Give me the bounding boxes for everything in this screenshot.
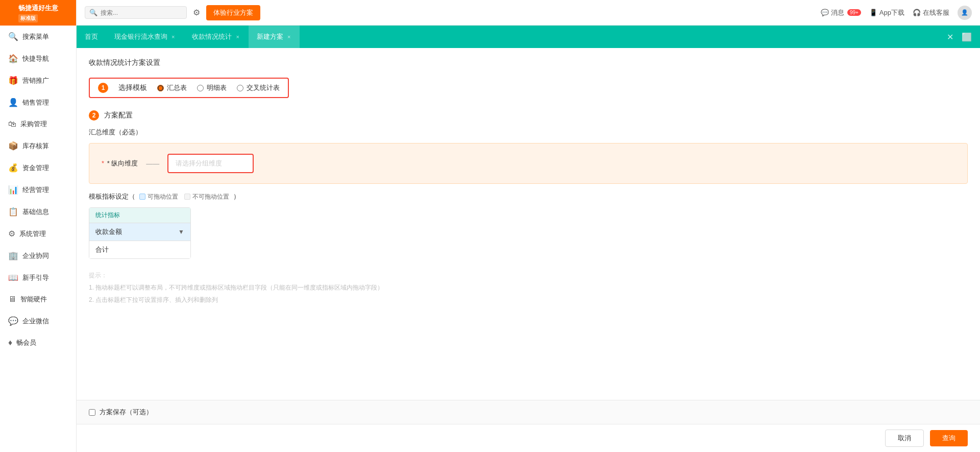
- content-area: 收款情况统计方案设置 1 选择模板 汇总表: [77, 48, 980, 424]
- system-icon: ⚙: [8, 229, 15, 239]
- wechat-icon: 💬: [8, 316, 18, 326]
- user-avatar[interactable]: 👤: [958, 6, 972, 20]
- purchase-label: 采购管理: [20, 120, 47, 129]
- indicator-subtotal: 合计: [89, 241, 190, 258]
- purchase-icon: 🛍: [8, 120, 16, 129]
- save-checkbox[interactable]: [89, 409, 95, 416]
- search-label: 搜索菜单: [22, 32, 49, 41]
- radio-cross-input[interactable]: [237, 85, 243, 91]
- tabbar-actions: ✕ ⬜: [945, 30, 980, 44]
- radio-summary-label: 汇总表: [167, 83, 187, 92]
- movable-dot: [139, 194, 145, 200]
- cancel-button[interactable]: 取消: [885, 430, 924, 447]
- indicator-legend: 可拖动位置 不可拖动位置: [139, 193, 229, 201]
- indicator-category: 统计指标: [89, 208, 190, 223]
- brand-name: 畅捷通好生意: [18, 4, 58, 13]
- step1-header: 1 选择模板 汇总表 明细表: [89, 78, 968, 98]
- member-label: 畅会员: [16, 338, 36, 347]
- save-section: 方案保存（可选）: [77, 400, 980, 424]
- sidebar-item-search[interactable]: 🔍 搜索菜单: [0, 26, 76, 47]
- sales-label: 销售管理: [22, 98, 49, 107]
- radio-detail[interactable]: 明细表: [197, 83, 227, 92]
- maximize-icon[interactable]: ⬜: [960, 30, 974, 44]
- app-download-label: App下载: [879, 8, 904, 17]
- sidebar-item-system[interactable]: ⚙ 系统管理: [0, 223, 76, 245]
- sidebar-item-inventory[interactable]: 📦 库存核算: [0, 135, 76, 157]
- hardware-icon: 🖥: [8, 295, 16, 304]
- tips-item-1: 1. 拖动标题栏可以调整布局，不可跨维度或指标区域拖动栏目字段（只能在同一维度或…: [89, 281, 968, 294]
- tab-receipt-stats-label: 收款情况统计: [192, 32, 232, 41]
- sidebar-item-purchase[interactable]: 🛍 采购管理: [0, 113, 76, 135]
- hardware-label: 智能硬件: [20, 295, 47, 304]
- tab-receipt-stats[interactable]: 收款情况统计×: [184, 26, 248, 48]
- page-title: 收款情况统计方案设置: [89, 58, 968, 67]
- radio-detail-input[interactable]: [197, 85, 204, 91]
- operations-label: 经营管理: [22, 185, 49, 195]
- sidebar-item-fund[interactable]: 💰 资金管理: [0, 157, 76, 179]
- radio-detail-label: 明细表: [207, 83, 227, 92]
- wechat-label: 企业微信: [22, 317, 49, 326]
- fund-icon: 💰: [8, 163, 18, 173]
- inventory-icon: 📦: [8, 141, 18, 151]
- system-label: 系统管理: [19, 229, 46, 239]
- tab-receipt-stats-close[interactable]: ×: [235, 33, 240, 41]
- tab-home[interactable]: 首页: [77, 26, 106, 48]
- tab-cash-flow-close[interactable]: ×: [170, 33, 176, 41]
- sidebar-item-marketing[interactable]: 🎁 营销推广: [0, 69, 76, 91]
- main-area: 🔍 ⚙ 体验行业方案 💬 消息 99+ 📱 App下载 🎧 在线客服 👤: [77, 0, 980, 452]
- settings-icon[interactable]: ⚙: [193, 8, 200, 17]
- headset-icon: 🎧: [913, 9, 921, 16]
- sidebar-item-sales[interactable]: 👤 销售管理: [0, 91, 76, 113]
- sidebar-item-quick-nav[interactable]: 🏠 快捷导航: [0, 47, 76, 69]
- sidebar-item-operations[interactable]: 📊 经营管理: [0, 179, 76, 201]
- indicator-table: 统计指标 收款金额 ▼ 合计: [89, 207, 191, 259]
- sidebar-item-basic-info[interactable]: 📋 基础信息: [0, 201, 76, 223]
- basic-info-label: 基础信息: [22, 207, 49, 217]
- industry-btn[interactable]: 体验行业方案: [206, 5, 260, 20]
- tab-new-plan-label: 新建方案: [257, 32, 283, 41]
- notice-item[interactable]: 💬 消息 99+: [821, 8, 861, 17]
- radio-cross[interactable]: 交叉统计表: [237, 83, 280, 92]
- search-box[interactable]: 🔍: [85, 6, 187, 19]
- sidebar-item-enterprise[interactable]: 🏢 企业协同: [0, 245, 76, 267]
- tabbar: 首页现金银行流水查询×收款情况统计×新建方案× ✕ ⬜: [77, 26, 980, 48]
- search-input[interactable]: [101, 9, 177, 16]
- sales-icon: 👤: [8, 98, 18, 107]
- sidebar-item-hardware[interactable]: 🖥 智能硬件: [0, 289, 76, 310]
- radio-summary[interactable]: 汇总表: [157, 83, 187, 92]
- app-download-item[interactable]: 📱 App下载: [869, 8, 904, 17]
- search-icon: 🔍: [89, 9, 97, 16]
- notice-icon: 💬: [821, 9, 829, 16]
- tab-new-plan-close[interactable]: ×: [286, 33, 291, 41]
- step1-num: 1: [98, 83, 108, 93]
- indicator-settings-label: 模板指标设定（: [89, 192, 135, 201]
- radio-summary-input[interactable]: [157, 85, 164, 91]
- topbar-right: 💬 消息 99+ 📱 App下载 🎧 在线客服 👤: [821, 6, 972, 20]
- indicator-item-receipt[interactable]: 收款金额 ▼: [89, 223, 190, 241]
- arrow-icon: ——: [146, 160, 159, 168]
- fund-label: 资金管理: [22, 163, 49, 173]
- notice-badge: 99+: [847, 9, 861, 16]
- dimension-select[interactable]: 请选择分组维度: [167, 154, 254, 173]
- step2-section: 2 方案配置 汇总维度（必选） * * 纵向维度 —— 请选择分组维度: [89, 110, 968, 306]
- query-button[interactable]: 查询: [930, 430, 968, 446]
- edition-badge: 标准版: [18, 14, 38, 22]
- step2-title: 方案配置: [104, 111, 133, 120]
- tab-cash-flow[interactable]: 现金银行流水查询×: [106, 26, 184, 48]
- dropdown-icon[interactable]: ▼: [178, 228, 184, 235]
- basic-info-icon: 📋: [8, 207, 18, 217]
- quick-nav-icon: 🏠: [8, 54, 18, 63]
- sidebar-logo: 畅捷通好生意 标准版: [0, 0, 76, 26]
- close-window-icon[interactable]: ✕: [945, 30, 955, 44]
- tips-title: 提示：: [89, 272, 107, 279]
- indicator-header-close: ）: [233, 192, 240, 201]
- sidebar-item-guide[interactable]: 📖 新手引导: [0, 267, 76, 289]
- vertical-label: * * 纵向维度: [102, 159, 138, 168]
- sidebar-item-wechat[interactable]: 💬 企业微信: [0, 310, 76, 332]
- sidebar-item-member[interactable]: ♦ 畅会员: [0, 332, 76, 353]
- tab-new-plan[interactable]: 新建方案×: [249, 26, 300, 48]
- fixed-label: 不可拖动位置: [192, 193, 229, 201]
- online-support-item[interactable]: 🎧 在线客服: [913, 8, 949, 17]
- tips-section: 提示： 1. 拖动标题栏可以调整布局，不可跨维度或指标区域拖动栏目字段（只能在同…: [89, 269, 968, 306]
- dimension-title: 汇总维度（必选）: [89, 128, 968, 137]
